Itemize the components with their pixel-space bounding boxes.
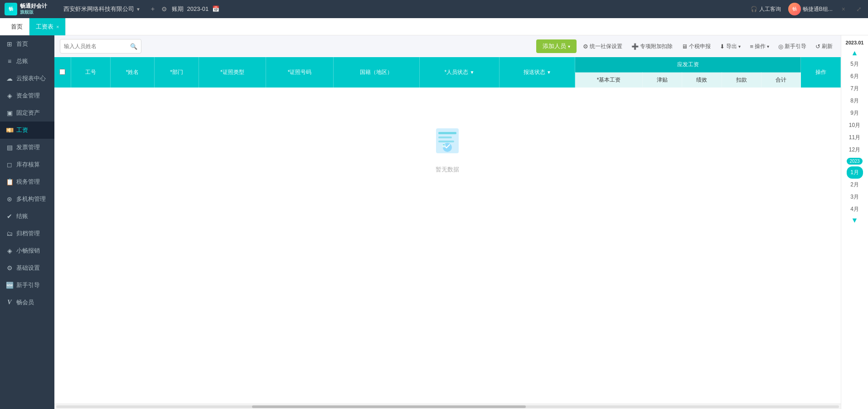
sidebar-label-tax: 税务管理 [16, 178, 40, 186]
sidebar-item-guide[interactable]: 🆕 新手引导 [0, 277, 54, 294]
sidebar-item-member[interactable]: V 畅会员 [0, 294, 54, 311]
month-2[interactable]: 2月 [841, 179, 868, 191]
month-5[interactable]: 5月 [841, 58, 868, 70]
year-badge: 2023 [847, 158, 862, 165]
col-total: 合计 [761, 73, 801, 88]
sidebar-item-home[interactable]: ⊞ 首页 [0, 35, 54, 53]
search-icon: 🔍 [130, 43, 137, 50]
sidebar-label-expense: 小畅报销 [16, 247, 40, 255]
tax-filing-btn[interactable]: 🖥 个税申报 [679, 41, 713, 52]
month-1[interactable]: 1月 [847, 166, 863, 179]
invoice-icon: ▤ [5, 144, 14, 151]
svg-rect-3 [438, 141, 454, 142]
refresh-btn[interactable]: ↺ 刷新 [813, 41, 835, 52]
sidebar-item-expense[interactable]: ◈ 小畅报销 [0, 242, 54, 259]
sidebar-item-settings[interactable]: ⚙ 基础设置 [0, 259, 54, 277]
sidebar-item-cloud-report[interactable]: ☁ 云报表中心 [0, 70, 54, 87]
month-4[interactable]: 4月 [841, 203, 868, 215]
month-7[interactable]: 7月 [841, 83, 868, 95]
sidebar-label-salary: 工资 [16, 126, 28, 134]
tab-close-icon[interactable]: × [56, 24, 59, 29]
main-layout: ⊞ 首页 ≡ 总账 ☁ 云报表中心 ◈ 资金管理 ▣ 固定资产 💴 工资 ▤ 发… [0, 35, 868, 409]
new-guide-btn[interactable]: ◎ 新手引导 [776, 41, 809, 52]
new-guide-icon: ◎ [778, 43, 783, 50]
sidebar-label-ledger: 总账 [16, 57, 28, 65]
report-filter-icon[interactable]: ▼ [547, 70, 551, 75]
search-wrap: 🔍 [60, 39, 141, 54]
app-edition: 旗舰版 [20, 9, 47, 15]
sidebar-item-fixed-assets[interactable]: ▣ 固定资产 [0, 104, 54, 122]
fund-icon: ◈ [5, 92, 14, 99]
month-9[interactable]: 9月 [841, 107, 868, 119]
svg-rect-2 [438, 136, 452, 138]
add-person-button[interactable]: 添加人员 ▾ [536, 39, 577, 53]
month-6[interactable]: 6月 [841, 70, 868, 83]
tax-filing-label: 个税申报 [689, 43, 711, 50]
salary-icon: 💴 [5, 127, 14, 134]
sidebar-label-guide: 新手引导 [16, 281, 40, 289]
add-icon[interactable]: ＋ [150, 5, 156, 13]
date-panel-header: 2023.01 [844, 37, 866, 48]
calendar-icon[interactable]: 📅 [212, 5, 219, 12]
social-security-btn[interactable]: ⚙ 统一社保设置 [580, 41, 625, 52]
horizontal-scrollbar[interactable] [54, 404, 841, 409]
fixed-assets-icon: ▣ [5, 109, 14, 117]
month-8[interactable]: 8月 [841, 95, 868, 107]
col-nationality: 国籍（地区） [333, 57, 419, 88]
special-deduction-btn[interactable]: ➕ 专项附加扣除 [629, 41, 675, 52]
sidebar-item-fund[interactable]: ◈ 资金管理 [0, 87, 54, 104]
empty-text: 暂无数据 [436, 166, 459, 174]
top-bar: 畅 畅通好会计 旗舰版 西安虾米网络科技有限公司 ▼ ＋ ⚙ 账期 2023-0… [0, 0, 868, 18]
col-employee-id: 工号 [71, 57, 110, 88]
date-nav-up[interactable]: ▲ [850, 48, 859, 58]
tab-salary-label: 工资表 [36, 23, 53, 31]
sidebar-item-archive[interactable]: 🗂 归档管理 [0, 225, 54, 242]
sidebar-item-multi-org[interactable]: ⊛ 多机构管理 [0, 190, 54, 208]
status-filter-icon[interactable]: ▼ [470, 70, 475, 75]
export-btn[interactable]: ⬇ 导出 ▾ [717, 41, 743, 52]
company-selector[interactable]: 西安虾米网络科技有限公司 ▼ [63, 5, 141, 13]
company-name: 西安虾米网络科技有限公司 [63, 5, 134, 13]
search-input[interactable] [64, 43, 130, 49]
sidebar-item-checkout[interactable]: ✔ 结账 [0, 208, 54, 225]
sidebar-item-ledger[interactable]: ≡ 总账 [0, 53, 54, 70]
tax-filing-icon: 🖥 [682, 43, 688, 50]
new-guide-label: 新手引导 [785, 43, 806, 50]
tab-home[interactable]: 首页 [5, 18, 29, 35]
col-name: *姓名 [110, 57, 154, 88]
month-10[interactable]: 10月 [841, 119, 868, 131]
col-deduction: 扣款 [722, 73, 761, 88]
settings-icon[interactable]: ⚙ [161, 5, 167, 13]
col-allowance: 津贴 [642, 73, 682, 88]
window-expand-button[interactable]: ⤢ [854, 4, 863, 15]
col-id-type: *证照类型 [199, 57, 266, 88]
col-payroll-group: 应发工资 [575, 57, 801, 73]
sidebar-label-fixed-assets: 固定资产 [16, 109, 40, 117]
month-11[interactable]: 11月 [841, 131, 868, 144]
user-menu[interactable]: 畅 畅捷通B组... [788, 3, 833, 15]
svg-rect-1 [438, 132, 456, 134]
account-period: 账期 2023-01 📅 [172, 5, 219, 13]
month-12[interactable]: 12月 [841, 144, 868, 156]
date-nav-down[interactable]: ▼ [850, 215, 859, 225]
avatar: 畅 [788, 3, 801, 15]
sidebar-item-tax[interactable]: 📋 税务管理 [0, 173, 54, 190]
tax-icon: 📋 [5, 178, 14, 185]
sidebar-item-invoice[interactable]: ▤ 发票管理 [0, 139, 54, 156]
operations-btn[interactable]: ≡ 操作 ▾ [747, 41, 772, 52]
select-all-checkbox[interactable] [59, 69, 65, 75]
customer-service[interactable]: 🎧 人工客询 [751, 5, 781, 13]
operations-arrow-icon: ▾ [767, 44, 769, 49]
month-3[interactable]: 3月 [841, 191, 868, 203]
settings-sidebar-icon: ⚙ [5, 264, 14, 272]
tab-salary[interactable]: 工资表 × [29, 18, 66, 35]
toolbar-right: 添加人员 ▾ ⚙ 统一社保设置 ➕ 专项附加扣除 🖥 个税申报 ⬇ 导出 [536, 39, 835, 53]
scrollbar-thumb[interactable] [252, 405, 526, 408]
export-arrow-icon: ▾ [738, 44, 741, 49]
col-base-salary: *基本工资 [575, 73, 643, 88]
sidebar-item-salary[interactable]: 💴 工资 [0, 122, 54, 139]
app-name: 畅通好会计 [20, 3, 47, 9]
sidebar-item-inventory[interactable]: ◻ 库存核算 [0, 156, 54, 173]
sidebar-label-settings: 基础设置 [16, 264, 40, 272]
window-close-button[interactable]: × [840, 4, 847, 15]
